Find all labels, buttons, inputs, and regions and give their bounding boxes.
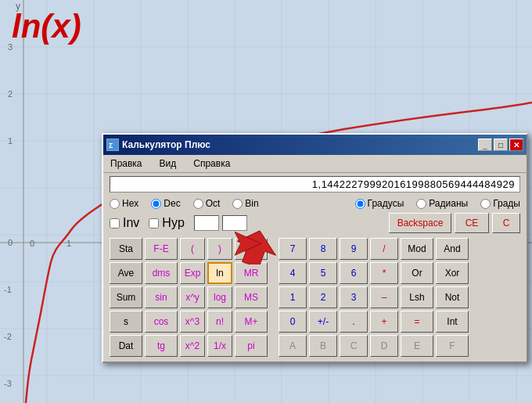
btn-6[interactable]: 6 — [340, 262, 368, 284]
btn-xpow2[interactable]: x^2 — [180, 335, 205, 357]
number-base-row: Hex Dec Oct Bin Градусы Радианы Грады — [103, 196, 527, 211]
grads-option[interactable]: Грады — [480, 198, 520, 209]
btn-mc[interactable]: MC — [235, 238, 268, 260]
btn-and[interactable]: And — [436, 238, 469, 260]
title-bar: Σ Калькулятор Плюс _ □ ✕ — [103, 135, 527, 155]
btn-ln[interactable]: ln — [207, 262, 232, 284]
btn-3[interactable]: 3 — [340, 286, 368, 308]
btn-not[interactable]: Not — [436, 286, 469, 308]
btn-tg[interactable]: tg — [145, 335, 178, 357]
btn-minus[interactable]: – — [370, 286, 398, 308]
btn-cos[interactable]: cos — [145, 311, 178, 333]
degrees-option[interactable]: Градусы — [355, 198, 404, 209]
btn-a[interactable]: A — [279, 335, 307, 357]
dec-option[interactable]: Dec — [151, 198, 180, 209]
button-grid: Sta F-E ( ) MC 7 8 9 / Mod And Ave dms E… — [110, 238, 520, 357]
btn-9[interactable]: 9 — [340, 238, 368, 260]
btn-equals[interactable]: = — [401, 311, 433, 333]
btn-xpowy[interactable]: x^y — [180, 286, 205, 308]
btn-7[interactable]: 7 — [279, 238, 307, 260]
menu-view[interactable]: Вид — [157, 157, 179, 170]
btn-e[interactable]: E — [401, 335, 433, 357]
oct-option[interactable]: Oct — [193, 198, 221, 209]
bin-option[interactable]: Bin — [232, 198, 258, 209]
btn-mplus[interactable]: M+ — [235, 311, 268, 333]
btn-ave[interactable]: Ave — [110, 262, 142, 284]
window-title: Калькулятор Плюс — [122, 139, 210, 150]
btn-5[interactable]: 5 — [309, 262, 337, 284]
btn-or[interactable]: Or — [401, 262, 433, 284]
display: 1,14422279992016199880569444484929 — [110, 176, 520, 193]
svg-text:0: 0 — [30, 239, 34, 248]
small-display-2 — [222, 215, 247, 231]
menu-bar: Правка Вид Справка — [103, 155, 527, 173]
svg-text:1: 1 — [8, 136, 13, 146]
app-icon: Σ — [106, 139, 119, 151]
minimize-button[interactable]: _ — [478, 139, 492, 151]
btn-int[interactable]: Int — [436, 311, 469, 333]
btn-reciprocal[interactable]: 1/x — [207, 335, 232, 357]
btn-b[interactable]: B — [309, 335, 337, 357]
c-button[interactable]: C — [492, 213, 520, 233]
btn-s[interactable]: s — [110, 311, 142, 333]
options-row: Inv Hyp Backspace CE C — [103, 211, 527, 235]
close-button[interactable]: ✕ — [509, 139, 523, 151]
hyp-checkbox[interactable]: Hyp — [149, 216, 184, 230]
calc-row-3: s cos x^3 n! M+ 0 +/- . + = Int — [110, 311, 520, 333]
backspace-button[interactable]: Backspace — [389, 213, 451, 233]
btn-divide[interactable]: / — [370, 238, 398, 260]
btn-dat[interactable]: Dat — [110, 335, 142, 357]
btn-sin[interactable]: sin — [145, 286, 178, 308]
btn-mr[interactable]: MR — [235, 262, 268, 284]
calc-row-0: Sta F-E ( ) MC 7 8 9 / Mod And — [110, 238, 520, 260]
menu-edit[interactable]: Правка — [108, 157, 145, 170]
svg-text:-2: -2 — [4, 332, 12, 341]
btn-dot[interactable]: . — [340, 311, 368, 333]
btn-xor[interactable]: Xor — [436, 262, 469, 284]
display-area: 1,14422279992016199880569444484929 — [103, 173, 527, 196]
btn-fe[interactable]: F-E — [145, 238, 178, 260]
ce-button[interactable]: CE — [455, 213, 489, 233]
btn-plusminus[interactable]: +/- — [309, 311, 337, 333]
svg-text:0: 0 — [8, 238, 13, 247]
svg-text:Σ: Σ — [109, 142, 113, 149]
btn-plus[interactable]: + — [370, 311, 398, 333]
btn-8[interactable]: 8 — [309, 238, 337, 260]
svg-text:-3: -3 — [4, 379, 12, 388]
btn-f[interactable]: F — [436, 335, 469, 357]
btn-close-paren[interactable]: ) — [207, 238, 232, 260]
btn-pi[interactable]: pi — [235, 335, 268, 357]
btn-d[interactable]: D — [370, 335, 398, 357]
maximize-button[interactable]: □ — [494, 139, 508, 151]
btn-4[interactable]: 4 — [279, 262, 307, 284]
btn-multiply[interactable]: * — [370, 262, 398, 284]
button-area: Sta F-E ( ) MC 7 8 9 / Mod And Ave dms E… — [103, 235, 527, 362]
btn-c[interactable]: C — [340, 335, 368, 357]
calc-row-4: Dat tg x^2 1/x pi A B C D E F — [110, 335, 520, 357]
btn-open-paren[interactable]: ( — [180, 238, 205, 260]
calc-row-2: Sum sin x^y log MS 1 2 3 – Lsh Not — [110, 286, 520, 308]
btn-0[interactable]: 0 — [279, 311, 307, 333]
small-display-1 — [194, 215, 219, 231]
btn-1[interactable]: 1 — [279, 286, 307, 308]
btn-2[interactable]: 2 — [309, 286, 337, 308]
hex-option[interactable]: Hex — [110, 198, 138, 209]
svg-text:-1: -1 — [4, 285, 12, 294]
btn-sta[interactable]: Sta — [110, 238, 142, 260]
svg-text:2: 2 — [8, 89, 13, 99]
inv-checkbox[interactable]: Inv — [110, 216, 139, 230]
menu-help[interactable]: Справка — [191, 157, 232, 170]
btn-dms[interactable]: dms — [145, 262, 178, 284]
btn-sum[interactable]: Sum — [110, 286, 142, 308]
btn-ms[interactable]: MS — [235, 286, 268, 308]
btn-exp[interactable]: Exp — [180, 262, 205, 284]
btn-xpow3[interactable]: x^3 — [180, 311, 205, 333]
title-bar-controls: _ □ ✕ — [478, 139, 523, 151]
graph-title: ln(x) — [12, 8, 81, 45]
btn-factorial[interactable]: n! — [207, 311, 232, 333]
radians-option[interactable]: Радианы — [416, 198, 468, 209]
btn-log[interactable]: log — [207, 286, 232, 308]
btn-mod[interactable]: Mod — [401, 238, 433, 260]
btn-lsh[interactable]: Lsh — [401, 286, 433, 308]
calculator-window: Σ Калькулятор Плюс _ □ ✕ Правка Вид Спра… — [102, 133, 528, 363]
